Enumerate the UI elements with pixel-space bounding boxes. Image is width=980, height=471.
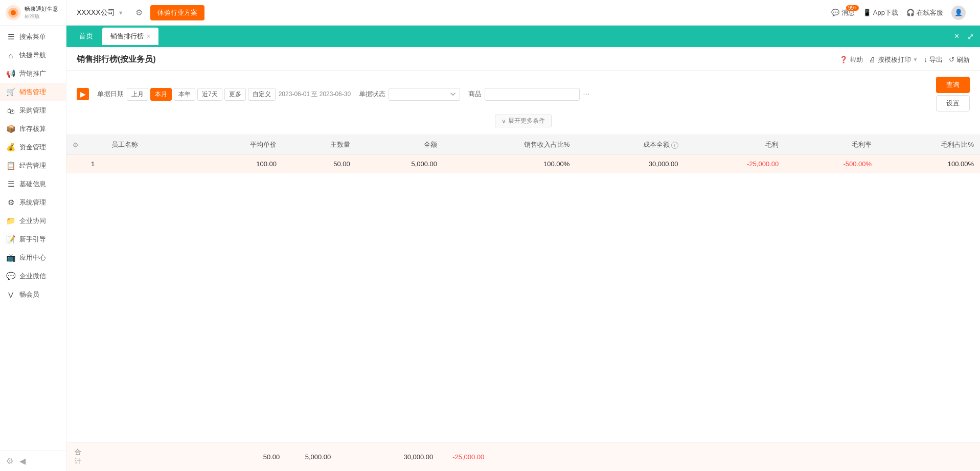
date-filter-group: 单据日期 上月 本月 本年 近7天 更多 自定义 2023-06-01 至 20… bbox=[97, 88, 351, 101]
status-label: 单据状态 bbox=[359, 89, 385, 99]
sidebar-item-enterprise[interactable]: 📁 企业协同 bbox=[0, 212, 66, 230]
expand-chevron-down-icon: ∨ bbox=[502, 118, 506, 125]
company-name: XXXXX公司 bbox=[77, 8, 115, 17]
operations-icon: 📋 bbox=[6, 161, 15, 170]
col-cost-header: 成本全额i bbox=[576, 135, 684, 155]
print-button[interactable]: 🖨 按模板打印 ▼ bbox=[869, 55, 918, 64]
window-close-icon[interactable]: × bbox=[952, 30, 961, 43]
trial-button[interactable]: 体验行业方案 bbox=[150, 5, 204, 20]
date-btn-this-month[interactable]: 本月 bbox=[150, 88, 172, 101]
app-download-button[interactable]: 📱 App下载 bbox=[863, 8, 898, 17]
online-service-button[interactable]: 🎧 在线客服 bbox=[906, 8, 943, 17]
filter-row: ▶ 单据日期 上月 本月 本年 近7天 更多 自定义 2023-06-01 至 … bbox=[77, 77, 970, 111]
sidebar-item-wechat[interactable]: 💬 企业微信 bbox=[0, 267, 66, 285]
date-btn-last-month[interactable]: 上月 bbox=[127, 88, 148, 101]
apps-icon: 📺 bbox=[6, 253, 15, 262]
sidebar-collapse-icon[interactable]: ◀ bbox=[19, 456, 26, 466]
sidebar-settings-icon[interactable]: ⚙ bbox=[6, 456, 13, 466]
app-version: 标准版 bbox=[25, 13, 58, 20]
expand-more-row: ∨ 展开更多条件 bbox=[77, 111, 970, 128]
filter-bar: ▶ 单据日期 上月 本月 本年 近7天 更多 自定义 2023-06-01 至 … bbox=[66, 71, 980, 135]
row-settings-cell bbox=[66, 155, 85, 173]
date-btn-this-year[interactable]: 本年 bbox=[174, 88, 195, 101]
sales-icon: 🛒 bbox=[6, 87, 15, 97]
help-button[interactable]: ❓ 帮助 bbox=[839, 55, 863, 64]
cost-info-icon[interactable]: i bbox=[671, 142, 678, 149]
tab-sales-ranking[interactable]: 销售排行榜 × bbox=[102, 28, 158, 45]
tab-close-icon[interactable]: × bbox=[147, 33, 150, 40]
sidebar-item-marketing[interactable]: 📢 营销推广 bbox=[0, 64, 66, 83]
more-filters-icon[interactable]: ··· bbox=[583, 89, 589, 99]
topbar-gear-button[interactable]: ⚙ bbox=[132, 6, 146, 20]
col-profit-pct-header: 毛利占比% bbox=[878, 135, 980, 155]
user-avatar[interactable]: 👤 bbox=[951, 6, 966, 20]
company-selector[interactable]: XXXXX公司 ▼ bbox=[73, 6, 128, 19]
col-settings-header[interactable]: ⚙ bbox=[66, 135, 85, 155]
sidebar-item-inventory[interactable]: 📦 库存核算 bbox=[0, 120, 66, 138]
guide-icon: 📝 bbox=[6, 235, 15, 244]
col-qty-header: 主数量 bbox=[283, 135, 356, 155]
quick-nav-icon: ⌂ bbox=[6, 51, 15, 60]
date-range-display: 2023-06-01 至 2023-06-30 bbox=[279, 90, 351, 99]
row-profit-cell: -25,000.00 bbox=[685, 155, 785, 173]
table-row: 1 100.00 50.00 5,000.00 100.00% 30,000.0… bbox=[66, 155, 980, 173]
online-service-label: 在线客服 bbox=[917, 8, 943, 17]
table-footer: 合计 50.00 5,000.00 30,000.00 -25,000.00 bbox=[66, 442, 980, 471]
tab-home[interactable]: 首页 bbox=[71, 28, 101, 45]
sidebar-item-system[interactable]: ⚙ 系统管理 bbox=[0, 193, 66, 212]
col-sales-pct-header: 销售收入占比% bbox=[443, 135, 576, 155]
enterprise-icon: 📁 bbox=[6, 216, 15, 226]
marketing-icon: 📢 bbox=[6, 69, 15, 78]
message-button[interactable]: 💬 消息 99+ bbox=[831, 8, 855, 17]
row-amount-cell: 5,000.00 bbox=[356, 155, 443, 173]
app-download-label: App下载 bbox=[873, 8, 898, 17]
ranking-table: ⚙ 员工名称 平均单价 主数量 全额 销售收入占比% 成本全额i 毛利 毛利率 … bbox=[66, 135, 980, 173]
sidebar-item-basics[interactable]: ☰ 基础信息 bbox=[0, 175, 66, 193]
expand-more-button[interactable]: ∨ 展开更多条件 bbox=[495, 115, 552, 127]
app-logo-icon bbox=[5, 5, 21, 21]
table-container: ⚙ 员工名称 平均单价 主数量 全额 销售收入占比% 成本全额i 毛利 毛利率 … bbox=[66, 135, 980, 442]
col-amount-header: 全额 bbox=[356, 135, 443, 155]
filter-expand-arrow[interactable]: ▶ bbox=[77, 88, 89, 100]
col-name-header: 员工名称 bbox=[105, 135, 194, 155]
page-header: 销售排行榜(按业务员) ❓ 帮助 🖨 按模板打印 ▼ ↓ 导出 bbox=[66, 47, 980, 71]
sidebar-item-purchase[interactable]: 🛍 采购管理 bbox=[0, 101, 66, 120]
member-icon: V bbox=[6, 290, 15, 299]
online-service-icon: 🎧 bbox=[906, 9, 915, 16]
system-icon: ⚙ bbox=[6, 198, 15, 207]
message-badge: 99+ bbox=[846, 5, 859, 11]
date-label: 单据日期 bbox=[97, 89, 124, 99]
date-btn-7days[interactable]: 近7天 bbox=[197, 88, 222, 101]
inventory-icon: 📦 bbox=[6, 124, 15, 133]
topbar-right: 💬 消息 99+ 📱 App下载 🎧 在线客服 👤 bbox=[831, 6, 974, 20]
setting-button[interactable]: 设置 bbox=[936, 95, 970, 111]
sidebar-item-quick-nav[interactable]: ⌂ 快捷导航 bbox=[0, 46, 66, 64]
query-button[interactable]: 查询 bbox=[936, 77, 970, 93]
sidebar-item-search-order[interactable]: ☰ 搜索菜单 bbox=[0, 28, 66, 46]
status-select[interactable] bbox=[389, 88, 460, 101]
date-btn-custom[interactable]: 自定义 bbox=[248, 88, 276, 101]
table-header: ⚙ 员工名称 平均单价 主数量 全额 销售收入占比% 成本全额i 毛利 毛利率 … bbox=[66, 135, 980, 155]
window-expand-icon[interactable]: ⤢ bbox=[965, 30, 976, 43]
date-btn-more[interactable]: 更多 bbox=[224, 88, 246, 101]
page-content: 销售排行榜(按业务员) ❓ 帮助 🖨 按模板打印 ▼ ↓ 导出 bbox=[66, 47, 980, 471]
goods-input[interactable] bbox=[485, 88, 580, 101]
col-rank-header bbox=[85, 135, 105, 155]
table-body: 1 100.00 50.00 5,000.00 100.00% 30,000.0… bbox=[66, 155, 980, 173]
funds-icon: 💰 bbox=[6, 143, 15, 152]
refresh-button[interactable]: ↺ 刷新 bbox=[949, 55, 970, 64]
sidebar-item-member[interactable]: V 畅会员 bbox=[0, 285, 66, 304]
row-rank-cell: 1 bbox=[85, 155, 105, 173]
sidebar-item-sales[interactable]: 🛒 销售管理 bbox=[0, 83, 66, 101]
sidebar-item-funds[interactable]: 💰 资金管理 bbox=[0, 138, 66, 156]
col-profit-header: 毛利 bbox=[685, 135, 785, 155]
export-icon: ↓ bbox=[924, 56, 928, 63]
sidebar-item-operations[interactable]: 📋 经营管理 bbox=[0, 156, 66, 175]
export-button[interactable]: ↓ 导出 bbox=[924, 55, 943, 64]
page-actions: ❓ 帮助 🖨 按模板打印 ▼ ↓ 导出 ↺ 刷新 bbox=[839, 55, 970, 64]
sidebar-item-apps[interactable]: 📺 应用中心 bbox=[0, 249, 66, 267]
row-profit-rate-cell: -500.00% bbox=[785, 155, 878, 173]
footer-label: 合计 bbox=[73, 447, 87, 466]
row-sales-pct-cell: 100.00% bbox=[443, 155, 576, 173]
sidebar-item-guide[interactable]: 📝 新手引导 bbox=[0, 230, 66, 249]
